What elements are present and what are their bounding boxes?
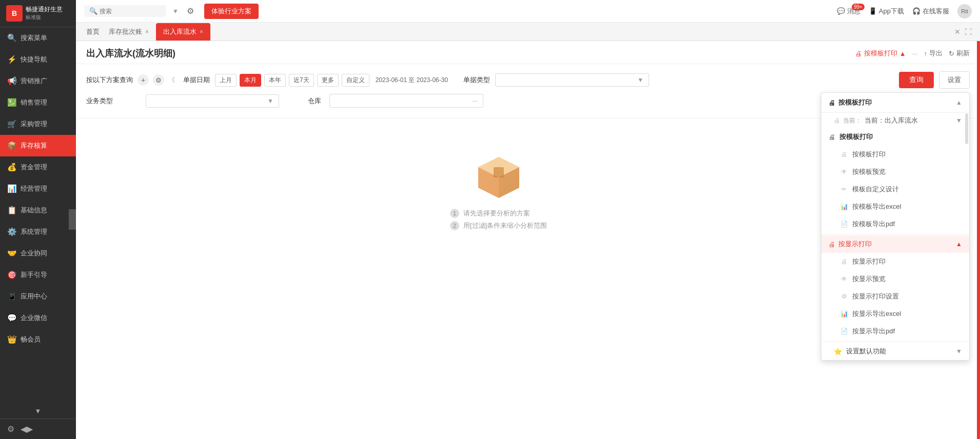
template-print-section: 🖨 按模板打印 🖨 按模板打印 👁 按模板预览 ✏ 模板自定义设计 (821, 128, 969, 233)
dropdown-display-print[interactable]: 🖨 按显示打印 (821, 253, 969, 270)
date-btn-this-year[interactable]: 本年 (264, 74, 286, 87)
export-btn[interactable]: ↑ 导出 (924, 49, 943, 58)
sidebar-item-wechat[interactable]: 💬 企业微信 (0, 307, 76, 329)
preview-icon: 👁 (840, 168, 848, 176)
sidebar: B 畅捷通好生意 标准版 🔍 搜索菜单 ⚡ 快捷导航 📢 营销推广 💹 (0, 0, 76, 439)
template-print-btn[interactable]: 🖨 按模板打印 ▲ (855, 49, 906, 58)
dropdown-scrollbar[interactable] (965, 113, 968, 144)
empty-steps: 1 请先选择要分析的方案 2 用[过滤]条件来缩小分析范围 (450, 209, 547, 233)
voucher-type-section: 单据类型 ▼ (463, 73, 659, 87)
sidebar-item-operations[interactable]: 📊 经营管理 (0, 178, 76, 199)
company-name: 畅捷通好生意 (26, 6, 63, 14)
app-download-item[interactable]: 📱 App下载 (869, 7, 904, 16)
sidebar-item-label: 快捷导航 (21, 55, 47, 64)
collapse-icon[interactable]: ◀▶ (21, 424, 33, 434)
pdf-icon: 📄 (840, 220, 848, 228)
filter-collapse-btn[interactable]: 《 (168, 75, 175, 85)
display-print-section-header[interactable]: 🖨 按显示打印 ▲ (821, 235, 969, 253)
dropdown-display-export-excel[interactable]: 📊 按显示导出excel (821, 305, 969, 323)
printer-icon: 🖨 (829, 99, 835, 107)
sidebar-item-label: 畅会员 (21, 335, 41, 344)
dropdown-template-export-excel[interactable]: 📊 按模板导出excel (821, 198, 969, 215)
user-avatar[interactable]: Rit (957, 4, 972, 18)
svg-rect-4 (494, 167, 504, 177)
date-btn-7days[interactable]: 近7天 (289, 74, 314, 87)
business-type-dropdown[interactable]: ▼ (146, 94, 279, 108)
sidebar-scroll-down[interactable]: ▼ (0, 403, 76, 418)
sidebar-item-system[interactable]: ⚙️ 系统管理 (0, 221, 76, 243)
query-btn[interactable]: 查询 (899, 72, 934, 88)
date-btn-last-month[interactable]: 上月 (215, 74, 237, 87)
sidebar-item-app-center[interactable]: 📱 应用中心 (0, 286, 76, 307)
dropdown-panel-header[interactable]: 🖨 按模板打印 ▲ (821, 93, 969, 113)
sidebar-item-marketing[interactable]: 📢 营销推广 (0, 70, 76, 92)
sidebar-item-quick-nav[interactable]: ⚡ 快捷导航 (0, 49, 76, 70)
export-icon: ↑ (924, 50, 928, 57)
guide-icon: 🎯 (7, 270, 16, 280)
item-label: 设置默认功能 (846, 347, 886, 356)
date-btn-this-month[interactable]: 本月 (240, 74, 261, 87)
sidebar-item-vip[interactable]: 👑 畅会员 (0, 329, 76, 350)
warehouse-more-icon: ··· (472, 97, 478, 105)
search-box[interactable]: 🔍 (84, 5, 166, 17)
print-icon: 🖨 (840, 257, 848, 266)
filter-add-btn[interactable]: + (138, 74, 149, 86)
settings-icon[interactable]: ⚙ (7, 424, 14, 434)
sidebar-item-collab[interactable]: 🤝 企业协同 (0, 243, 76, 264)
trial-btn[interactable]: 体验行业方案 (204, 4, 259, 19)
filter-actions: + ⚙ 《 (138, 74, 175, 86)
voucher-type-dropdown[interactable]: ▼ (495, 73, 649, 87)
section-header-title: 🖨 按显示打印 (829, 240, 872, 249)
tab-close-active-icon[interactable]: × (200, 28, 203, 35)
sidebar-item-inventory[interactable]: 📦 库存核算 (0, 135, 76, 156)
divider (821, 234, 969, 234)
date-btn-custom[interactable]: 自定义 (342, 74, 369, 87)
finance-icon: 💰 (7, 163, 16, 172)
date-btn-more[interactable]: 更多 (317, 74, 339, 87)
print-section-icon: 🖨 (829, 241, 835, 248)
dropdown-set-default[interactable]: ⭐ 设置默认功能 ▼ (821, 343, 969, 360)
sidebar-item-label: 经营管理 (21, 184, 47, 193)
settings-icon[interactable]: ⚙ (187, 6, 194, 16)
tab-inventory-flow[interactable]: 出入库流水 × (156, 23, 210, 41)
topbar-right: 💬 消息 99+ 📱 App下载 🎧 在线客服 Rit (837, 4, 972, 18)
online-service-item[interactable]: 🎧 在线客服 (912, 7, 949, 16)
tab-inventory-batch[interactable]: 库存批次账 × (102, 23, 156, 41)
dropdown-display-print-settings[interactable]: ⚙ 按显示打印设置 (821, 288, 969, 305)
search-input[interactable] (100, 8, 151, 15)
window-close-icon[interactable]: ✕ (954, 28, 961, 36)
app-center-icon: 📱 (7, 292, 16, 301)
dropdown-display-preview[interactable]: 👁 按显示预览 (821, 270, 969, 288)
filter-setting-btn[interactable]: ⚙ (153, 74, 164, 86)
sidebar-item-guide[interactable]: 🎯 新手引导 (0, 264, 76, 286)
dropdown-template-custom[interactable]: ✏ 模板自定义设计 (821, 181, 969, 198)
refresh-label: 刷新 (956, 49, 970, 58)
warehouse-dropdown[interactable]: ··· (329, 94, 483, 108)
window-controls: ✕ ⛶ (954, 28, 972, 36)
dropdown-template-export-pdf[interactable]: 📄 按模板导出pdf (821, 215, 969, 233)
date-range: 2023-06-01 至 2023-06-30 (376, 76, 448, 85)
dropdown-template-print[interactable]: 🖨 按模板打印 (821, 146, 969, 163)
search-dropdown-arrow[interactable]: ▼ (172, 8, 179, 15)
message-item[interactable]: 💬 消息 99+ (837, 7, 860, 16)
sidebar-item-purchase[interactable]: 🛒 采购管理 (0, 113, 76, 135)
section-title-label: 按显示打印 (838, 240, 872, 249)
dropdown-display-export-pdf[interactable]: 📄 按显示导出pdf (821, 323, 969, 340)
setup-btn[interactable]: 设置 (939, 71, 970, 89)
sidebar-scroll-up[interactable] (69, 209, 76, 230)
sidebar-item-finance[interactable]: 💰 资金管理 (0, 156, 76, 178)
more-options-icon[interactable]: ··· (912, 50, 918, 57)
sidebar-item-basic[interactable]: 📋 基础信息 (0, 199, 76, 221)
window-expand-icon[interactable]: ⛶ (965, 28, 972, 36)
dropdown-template-preview[interactable]: 👁 按模板预览 (821, 163, 969, 181)
refresh-btn[interactable]: ↻ 刷新 (949, 49, 970, 58)
tab-home[interactable]: 首页 (84, 27, 102, 36)
tab-close-icon[interactable]: × (145, 28, 149, 35)
message-icon: 💬 (837, 7, 845, 15)
voucher-type-label: 单据类型 (463, 75, 490, 85)
sidebar-item-sales[interactable]: 💹 销售管理 (0, 92, 76, 113)
arrow-down-icon: ▼ (956, 348, 962, 355)
collab-icon: 🤝 (7, 249, 16, 258)
sidebar-item-search[interactable]: 🔍 搜索菜单 (0, 27, 76, 49)
sidebar-logo: B 畅捷通好生意 标准版 (0, 0, 76, 27)
